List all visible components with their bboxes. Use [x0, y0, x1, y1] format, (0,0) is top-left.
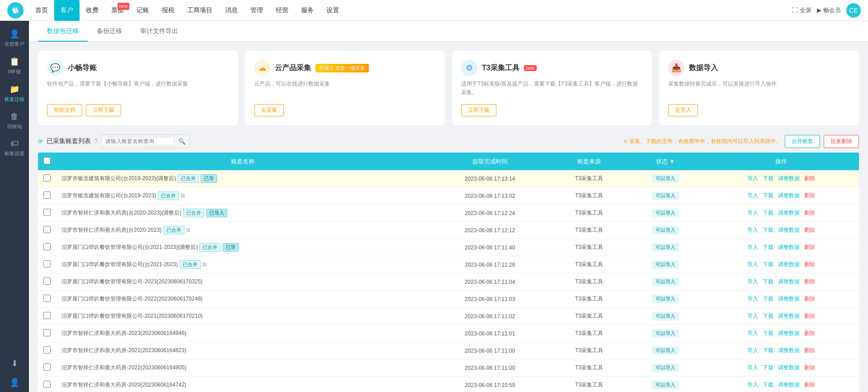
help-icon[interactable]: ?: [94, 138, 98, 144]
row-copy-icon[interactable]: ⧉: [186, 227, 190, 233]
action-调整数据[interactable]: 调整数据: [778, 381, 800, 389]
nav-item-business[interactable]: 工商项目: [181, 0, 219, 21]
row-copy-icon[interactable]: ⧉: [181, 192, 185, 199]
action-下载[interactable]: 下载: [763, 312, 774, 320]
action-调整数据[interactable]: 调整数据: [778, 261, 800, 268]
download-now-button[interactable]: 立即下载: [86, 104, 121, 116]
nav-item-tax[interactable]: 报税: [156, 0, 181, 21]
action-删除[interactable]: 删除: [804, 312, 815, 320]
refresh-icon[interactable]: ⟳: [38, 138, 43, 145]
merge-accounts-button[interactable]: 合并账套: [785, 135, 820, 148]
sidebar-item-tag-settings[interactable]: 🏷 标签设置: [0, 134, 29, 162]
action-导入[interactable]: 导入: [747, 261, 758, 268]
sidebar-item-download[interactable]: ⬇: [7, 354, 22, 373]
row-checkbox[interactable]: [43, 381, 51, 388]
action-调整数据[interactable]: 调整数据: [778, 364, 800, 372]
fullscreen-button[interactable]: ⛶ 全屏: [792, 6, 811, 14]
action-下载[interactable]: 下载: [763, 261, 774, 268]
action-导入[interactable]: 导入: [747, 209, 758, 217]
go-import-button[interactable]: 去导入: [668, 104, 698, 116]
action-删除[interactable]: 删除: [804, 175, 815, 182]
action-调整数据[interactable]: 调整数据: [778, 226, 800, 234]
row-checkbox[interactable]: [43, 346, 51, 354]
nav-item-message[interactable]: 消息: [219, 0, 244, 21]
action-下载[interactable]: 下载: [763, 381, 774, 389]
action-调整数据[interactable]: 调整数据: [778, 175, 800, 182]
sidebar-item-account-migration[interactable]: 📁 账套迁移: [0, 80, 29, 107]
action-导入[interactable]: 导入: [747, 244, 758, 251]
member-button[interactable]: ▶ 畅会员: [817, 6, 841, 14]
nav-item-service[interactable]: 服务: [295, 0, 320, 21]
batch-delete-button[interactable]: 批量删除: [824, 135, 859, 148]
action-导入[interactable]: 导入: [747, 226, 758, 234]
action-调整数据[interactable]: 调整数据: [778, 347, 800, 354]
action-导入[interactable]: 导入: [747, 175, 758, 182]
col-status[interactable]: 状态 ▼: [627, 153, 703, 170]
nav-item-settings[interactable]: 设置: [320, 0, 345, 21]
action-下载[interactable]: 下载: [763, 226, 774, 234]
action-删除[interactable]: 删除: [804, 261, 815, 268]
action-删除[interactable]: 删除: [804, 295, 815, 303]
nav-item-home[interactable]: 首页: [29, 0, 54, 21]
action-下载[interactable]: 下载: [763, 209, 774, 217]
action-删除[interactable]: 删除: [804, 244, 815, 251]
action-导入[interactable]: 导入: [747, 364, 758, 372]
search-input[interactable]: [102, 138, 174, 144]
action-删除[interactable]: 删除: [804, 226, 815, 234]
nav-item-bookkeeping[interactable]: 记账: [130, 0, 156, 21]
action-调整数据[interactable]: 调整数据: [778, 192, 800, 200]
action-删除[interactable]: 删除: [804, 209, 815, 217]
action-调整数据[interactable]: 调整数据: [778, 209, 800, 217]
action-删除[interactable]: 删除: [804, 347, 815, 354]
user-avatar[interactable]: CE: [846, 3, 861, 18]
action-调整数据[interactable]: 调整数据: [778, 295, 800, 303]
row-checkbox[interactable]: [43, 191, 51, 199]
sidebar-item-user-profile[interactable]: 👤: [7, 373, 22, 392]
sidebar-item-zero-report[interactable]: 📋 0申报: [0, 52, 29, 80]
action-导入[interactable]: 导入: [747, 295, 758, 303]
sidebar-item-recycle-bin[interactable]: 🗑 回收站: [0, 107, 29, 134]
search-button[interactable]: 🔍: [174, 135, 189, 148]
row-checkbox[interactable]: [43, 295, 51, 302]
nav-item-invoice[interactable]: 票据 new: [105, 0, 130, 21]
action-导入[interactable]: 导入: [747, 381, 758, 389]
help-doc-button[interactable]: 帮助文档: [47, 104, 82, 116]
action-删除[interactable]: 删除: [804, 278, 815, 286]
action-导入[interactable]: 导入: [747, 278, 758, 286]
action-导入[interactable]: 导入: [747, 347, 758, 354]
action-导入[interactable]: 导入: [747, 192, 758, 200]
action-调整数据[interactable]: 调整数据: [778, 278, 800, 286]
action-下载[interactable]: 下载: [763, 295, 774, 303]
action-删除[interactable]: 删除: [804, 330, 815, 337]
action-下载[interactable]: 下载: [763, 347, 774, 354]
row-checkbox[interactable]: [43, 363, 51, 371]
row-checkbox[interactable]: [43, 277, 51, 285]
action-导入[interactable]: 导入: [747, 330, 758, 337]
action-调整数据[interactable]: 调整数据: [778, 244, 800, 251]
row-checkbox[interactable]: [43, 209, 51, 216]
action-下载[interactable]: 下载: [763, 192, 774, 200]
action-导入[interactable]: 导入: [747, 312, 758, 320]
action-下载[interactable]: 下载: [763, 175, 774, 182]
row-checkbox[interactable]: [43, 312, 51, 319]
action-删除[interactable]: 删除: [804, 381, 815, 389]
row-copy-icon[interactable]: ⧉: [203, 261, 207, 268]
action-调整数据[interactable]: 调整数据: [778, 312, 800, 320]
tab-data-migration[interactable]: 数据包迁移: [38, 21, 88, 42]
nav-item-operation[interactable]: 经营: [269, 0, 295, 21]
action-下载[interactable]: 下载: [763, 278, 774, 286]
row-checkbox[interactable]: [43, 174, 51, 182]
action-删除[interactable]: 删除: [804, 192, 815, 200]
action-下载[interactable]: 下载: [763, 364, 774, 372]
tab-backup-migration[interactable]: 备份迁移: [88, 21, 131, 42]
action-下载[interactable]: 下载: [763, 330, 774, 337]
tab-audit-export[interactable]: 审计文件导出: [131, 21, 187, 42]
nav-item-fee[interactable]: 收费: [80, 0, 105, 21]
row-checkbox[interactable]: [43, 226, 51, 233]
action-下载[interactable]: 下载: [763, 244, 774, 251]
action-删除[interactable]: 删除: [804, 364, 815, 372]
t3-download-button[interactable]: 立即下载: [461, 104, 496, 116]
row-checkbox[interactable]: [43, 329, 51, 336]
row-checkbox[interactable]: [43, 260, 51, 268]
nav-item-customer[interactable]: 客户: [54, 0, 80, 21]
